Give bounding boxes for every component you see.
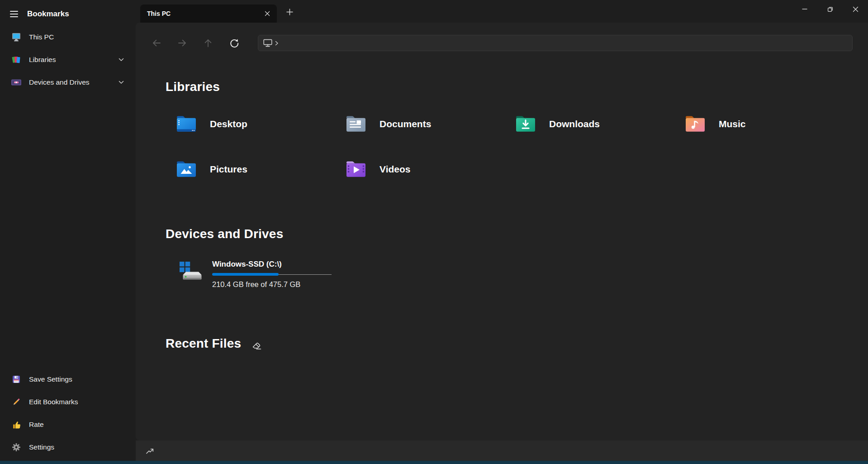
trending-up-icon[interactable] bbox=[146, 447, 155, 455]
close-icon bbox=[265, 11, 270, 16]
hamburger-icon bbox=[9, 10, 19, 18]
refresh-button[interactable] bbox=[225, 34, 243, 52]
restore-icon bbox=[827, 6, 833, 12]
tab-this-pc[interactable]: This PC bbox=[140, 5, 277, 23]
thumbs-up-icon bbox=[11, 419, 22, 430]
sidebar-item-settings[interactable]: Settings bbox=[0, 438, 136, 456]
titlebar: This PC bbox=[136, 0, 868, 23]
chevron-right-icon bbox=[275, 41, 279, 46]
pictures-folder-icon bbox=[175, 160, 197, 179]
plus-icon bbox=[286, 9, 293, 15]
videos-folder-icon bbox=[345, 160, 367, 179]
library-item-documents[interactable]: Documents bbox=[335, 110, 505, 139]
sidebar-item-label: Rate bbox=[29, 421, 44, 429]
forward-button[interactable] bbox=[173, 34, 191, 52]
status-bar bbox=[136, 440, 868, 461]
drive-item-windows-ssd[interactable]: Windows-SSD (C:\) 210.4 GB free of 475.7… bbox=[175, 258, 338, 292]
chevron-down-icon[interactable] bbox=[119, 81, 124, 84]
sidebar-footer: Save Settings Edit Bookmarks bbox=[0, 370, 136, 456]
bottom-accent-strip bbox=[0, 461, 868, 464]
tile-label: Music bbox=[719, 119, 746, 129]
sidebar-title: Bookmarks bbox=[27, 10, 69, 19]
close-icon bbox=[853, 6, 859, 12]
libraries-heading: Libraries bbox=[166, 80, 220, 94]
sidebar-item-label: Libraries bbox=[29, 56, 56, 64]
sidebar-item-edit-bookmarks[interactable]: Edit Bookmarks bbox=[0, 393, 136, 411]
new-tab-button[interactable] bbox=[283, 7, 296, 17]
monitor-icon bbox=[11, 32, 22, 43]
drive-info: Windows-SSD (C:\) 210.4 GB free of 475.7… bbox=[212, 260, 332, 289]
tile-label: Documents bbox=[379, 119, 431, 129]
pencil-icon bbox=[11, 397, 22, 407]
devices-heading: Devices and Drives bbox=[166, 227, 283, 241]
hamburger-menu-button[interactable] bbox=[7, 7, 21, 21]
sidebar: Bookmarks This PC bbox=[0, 0, 136, 461]
library-item-videos[interactable]: Videos bbox=[335, 155, 505, 184]
downloads-folder-icon bbox=[515, 115, 536, 134]
arrow-right-icon bbox=[177, 38, 187, 48]
hard-drive-icon bbox=[178, 260, 203, 282]
chevron-down-icon[interactable] bbox=[119, 58, 124, 62]
arrow-left-icon bbox=[152, 38, 161, 48]
content-panel: Libraries Desktop bbox=[136, 23, 868, 440]
sidebar-item-label: Save Settings bbox=[29, 375, 72, 383]
library-item-pictures[interactable]: Pictures bbox=[166, 155, 335, 184]
music-folder-icon bbox=[684, 115, 706, 134]
arrow-up-icon bbox=[203, 38, 213, 48]
libraries-grid: Desktop Documents bbox=[166, 110, 844, 184]
sidebar-item-devices-and-drives[interactable]: Devices and Drives bbox=[0, 73, 136, 91]
sidebar-item-save-settings[interactable]: Save Settings bbox=[0, 370, 136, 388]
tab-close-button[interactable] bbox=[261, 8, 273, 19]
recent-files-heading: Recent Files bbox=[166, 336, 241, 351]
sidebar-item-libraries[interactable]: Libraries bbox=[0, 51, 136, 69]
minimize-icon bbox=[802, 6, 807, 12]
library-item-desktop[interactable]: Desktop bbox=[166, 110, 335, 139]
computer-icon bbox=[263, 39, 272, 47]
sidebar-items: This PC Libraries bbox=[0, 28, 136, 91]
up-button[interactable] bbox=[199, 34, 217, 52]
eraser-icon bbox=[251, 340, 262, 350]
drive-free-space: 210.4 GB free of 475.7 GB bbox=[212, 280, 332, 289]
tile-label: Videos bbox=[379, 164, 410, 175]
address-bar[interactable] bbox=[258, 35, 853, 51]
clear-recent-button[interactable] bbox=[249, 338, 264, 352]
window-controls bbox=[792, 0, 868, 18]
maximize-restore-button[interactable] bbox=[817, 0, 843, 18]
books-icon bbox=[11, 54, 22, 65]
recent-files-section: Recent Files bbox=[166, 335, 264, 352]
drive-usage-fill bbox=[212, 273, 279, 276]
sidebar-item-label: Devices and Drives bbox=[29, 78, 90, 86]
sidebar-item-label: This PC bbox=[29, 33, 54, 41]
app-window: Bookmarks This PC bbox=[0, 0, 868, 464]
sidebar-item-rate[interactable]: Rate bbox=[0, 416, 136, 434]
navigation-toolbar bbox=[147, 34, 243, 52]
library-item-music[interactable]: Music bbox=[674, 110, 844, 139]
desktop-folder-icon bbox=[175, 115, 197, 134]
minimize-button[interactable] bbox=[792, 0, 817, 18]
tile-label: Downloads bbox=[549, 119, 600, 129]
back-button[interactable] bbox=[147, 34, 166, 52]
tile-label: Desktop bbox=[210, 119, 247, 129]
close-button[interactable] bbox=[843, 0, 868, 18]
cassette-icon bbox=[11, 77, 22, 88]
documents-folder-icon bbox=[345, 115, 367, 134]
sidebar-item-label: Settings bbox=[29, 443, 54, 451]
sidebar-header: Bookmarks bbox=[0, 5, 136, 23]
gear-icon bbox=[11, 442, 22, 453]
sidebar-item-this-pc[interactable]: This PC bbox=[0, 28, 136, 46]
refresh-icon bbox=[229, 38, 239, 48]
drive-usage-bar bbox=[212, 273, 332, 276]
tab-label: This PC bbox=[147, 10, 171, 17]
sidebar-item-label: Edit Bookmarks bbox=[29, 398, 78, 406]
tile-label: Pictures bbox=[210, 164, 247, 175]
library-item-downloads[interactable]: Downloads bbox=[505, 110, 674, 139]
floppy-disk-icon bbox=[11, 374, 22, 385]
drive-name: Windows-SSD (C:\) bbox=[212, 260, 332, 269]
